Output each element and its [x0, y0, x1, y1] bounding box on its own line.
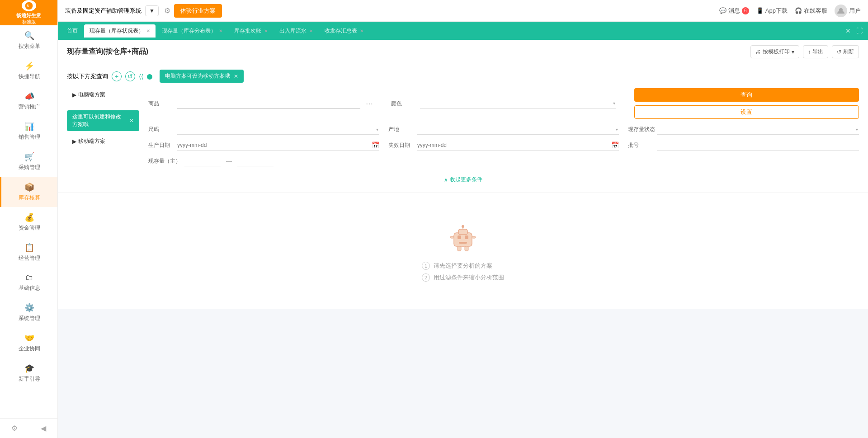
color-select-wrapper[interactable]: ▾	[420, 99, 616, 109]
search-button[interactable]: 查询	[634, 88, 859, 102]
tab-label: 收发存汇总表	[325, 27, 357, 35]
size-select-wrapper[interactable]: ▾	[177, 124, 379, 135]
message-icon: 💬	[719, 7, 726, 14]
tooltip-close-icon[interactable]: ✕	[129, 118, 134, 124]
origin-select[interactable]	[417, 124, 619, 134]
color-select[interactable]	[420, 99, 616, 108]
content-area: 现存量查询(按仓库+商品) 🖨 按模板打印 ▾ ↑ 导出 ↺ 刷新	[58, 40, 868, 438]
export-btn[interactable]: ↑ 导出	[803, 45, 828, 58]
tooltip-close-icon[interactable]: ✕	[234, 73, 238, 80]
sidebar-item-corp[interactable]: 🤝 企业协同	[0, 328, 57, 358]
tab-inventory-dist[interactable]: 现存量（库存分布表） ✕	[156, 24, 228, 38]
step-2-num: 2	[422, 273, 430, 282]
filter-header: 按以下方案查询 + ↺ ⟨⟨ 电脑方案可设为移动方案哦 ✕	[67, 70, 859, 83]
sidebar-item-label: 资金管理	[19, 224, 40, 232]
svg-rect-13	[465, 246, 468, 251]
reset-button[interactable]: 设置	[634, 105, 859, 119]
mobile-scheme-item[interactable]: ▶ 移动端方案	[67, 135, 139, 148]
expand-icon[interactable]: ⛶	[854, 25, 864, 36]
tab-home[interactable]: 首页	[61, 24, 83, 38]
scheme-sub-product[interactable]	[74, 101, 139, 107]
sidebar-item-marketing[interactable]: 📣 营销推广	[0, 86, 57, 116]
refresh-btn[interactable]: ↺ 刷新	[832, 45, 859, 58]
tab-close-icon[interactable]: ✕	[309, 28, 313, 33]
expiry-date-input-wrapper[interactable]: 📅	[417, 140, 619, 151]
desktop-scheme-item[interactable]: ▶ 电脑端方案	[67, 88, 139, 101]
qty-to-input[interactable]	[237, 156, 274, 166]
sidebar-item-system[interactable]: ⚙️ 系统管理	[0, 297, 57, 328]
close-all-tabs-icon[interactable]: ✕	[844, 25, 853, 36]
tab-close-icon[interactable]: ✕	[264, 28, 268, 33]
batch-label: 批号	[628, 141, 653, 149]
filter-batch: 批号	[628, 140, 859, 151]
settings-icon[interactable]: ⚙	[164, 6, 170, 15]
tab-close-icon[interactable]: ✕	[146, 28, 150, 33]
arrow-icon: ▶	[72, 92, 76, 98]
sidebar-item-inventory[interactable]: 📦 库存核算	[0, 177, 57, 207]
tab-stock-flow[interactable]: 出入库流水 ✕	[274, 24, 318, 38]
size-select[interactable]	[177, 124, 379, 134]
message-btn[interactable]: 💬 消息 6	[719, 7, 749, 15]
print-btn[interactable]: 🖨 按模板打印 ▾	[750, 45, 799, 58]
step-1-text: 请先选择要分析的方案	[434, 262, 492, 270]
prod-date-input[interactable]	[177, 140, 372, 150]
sidebar-item-guide[interactable]: 🎓 新手引导	[0, 358, 57, 388]
sidebar-item-purchase[interactable]: 🛒 采购管理	[0, 146, 57, 177]
refresh-scheme-btn[interactable]: ↺	[125, 71, 135, 81]
tab-summary[interactable]: 收发存汇总表 ✕	[319, 24, 369, 38]
export-icon: ↑	[808, 49, 811, 55]
collapse-bar[interactable]: ∧ 收起更多条件	[67, 172, 859, 187]
desktop-scheme-tooltip: 电脑方案可设为移动方案哦 ✕	[160, 70, 244, 83]
tab-label: 现存量（库存状况表）	[90, 27, 144, 35]
filter-row-4: 现存量（主） —	[148, 156, 859, 166]
create-scheme-tooltip: 这里可以创建和修改方案哦 ✕	[67, 110, 139, 131]
sidebar-item-sales[interactable]: 📊 销售管理	[0, 116, 57, 146]
filter-origin: 产地 ▾	[388, 124, 619, 135]
batch-input[interactable]	[657, 140, 859, 151]
mobile-scheme-item-wrapper: ▶ 移动端方案	[67, 135, 139, 148]
tab-close-icon[interactable]: ✕	[360, 28, 363, 33]
tab-close-icon[interactable]: ✕	[219, 28, 222, 33]
product-more-icon[interactable]: ⋯	[366, 99, 373, 108]
chevron-up-icon: ∧	[444, 177, 448, 183]
online-service-btn[interactable]: 🎧 在线客服	[795, 7, 827, 15]
empty-state: 1 请先选择要分析的方案 2 用过滤条件来缩小分析范围	[58, 193, 868, 309]
stock-state-select[interactable]	[657, 124, 859, 134]
filter-expiry-date: 失效日期 📅	[388, 140, 619, 151]
product-select-wrapper[interactable]	[177, 98, 360, 109]
trial-button[interactable]: 体验行业方案	[174, 4, 222, 18]
origin-select-wrapper[interactable]: ▾	[417, 124, 619, 135]
sidebar: 6 畅通好生意 标准版 🔍 搜索菜单 ⚡ 快捷导航 📣 营销推广 📊 销售管理 …	[0, 0, 58, 438]
user-menu[interactable]: 用户	[835, 5, 861, 17]
tab-batch-account[interactable]: 库存批次账 ✕	[229, 24, 273, 38]
sidebar-item-base[interactable]: 🗂 基础信息	[0, 268, 57, 297]
app-download-btn[interactable]: 📱 App下载	[756, 7, 788, 15]
back-arrow-icon[interactable]: ⟨⟨	[139, 73, 143, 80]
sidebar-item-nav[interactable]: ⚡ 快捷导航	[0, 56, 57, 86]
calendar-icon[interactable]: 📅	[611, 141, 619, 149]
origin-label: 产地	[388, 126, 414, 133]
system-select[interactable]: ▼	[145, 5, 159, 16]
sidebar-item-operations[interactable]: 📋 经营管理	[0, 237, 57, 268]
user-label: 用户	[849, 7, 861, 15]
collapse-sidebar-icon[interactable]: ◀	[41, 424, 46, 433]
add-scheme-btn[interactable]: +	[112, 71, 122, 81]
filter-row-2: 尺码 ▾ 产地 ▾	[148, 124, 859, 135]
product-input[interactable]	[177, 98, 360, 108]
sidebar-item-finance[interactable]: 💰 资金管理	[0, 207, 57, 237]
qty-from-input[interactable]	[184, 156, 221, 166]
desktop-scheme-label: 电脑端方案	[78, 91, 105, 99]
settings-footer-icon[interactable]: ⚙	[11, 424, 18, 433]
expiry-date-input[interactable]	[417, 140, 612, 150]
svg-rect-9	[459, 242, 467, 244]
app-version: 标准版	[22, 19, 36, 25]
handshake-icon: 🤝	[24, 333, 34, 343]
tab-inventory-status[interactable]: 现存量（库存状况表） ✕	[84, 24, 156, 38]
stock-state-wrapper[interactable]: ▾	[657, 124, 859, 135]
sidebar-item-label: 搜索菜单	[19, 42, 40, 50]
chevron-down-icon: ▾	[616, 127, 618, 132]
sidebar-item-search[interactable]: 🔍 搜索菜单	[0, 25, 57, 56]
expiry-date-label: 失效日期	[388, 141, 414, 149]
prod-date-input-wrapper[interactable]: 📅	[177, 140, 379, 151]
calendar-icon[interactable]: 📅	[372, 141, 379, 149]
